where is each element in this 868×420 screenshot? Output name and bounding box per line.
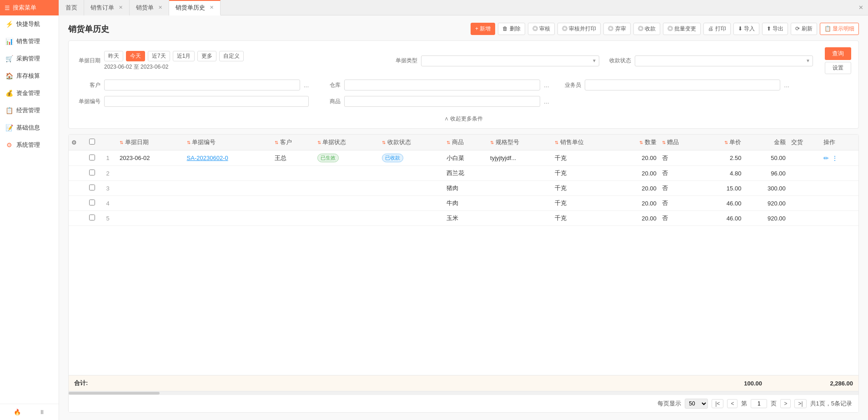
date-more[interactable]: 更多 (197, 51, 216, 61)
row-checkbox[interactable] (89, 155, 95, 160)
edit-icon[interactable]: ✏ (823, 155, 829, 162)
doc-type-select[interactable] (421, 55, 599, 66)
row-check-cell[interactable] (85, 211, 99, 226)
row-price: 46.00 (702, 211, 744, 226)
sidebar-item-system-mgmt[interactable]: ⚙ 系统管理 (0, 136, 59, 154)
more-icon[interactable]: ⋮ (832, 155, 838, 162)
row-docno[interactable]: SA-20230602-0 (184, 150, 272, 166)
warehouse-dots[interactable]: ... (544, 81, 549, 89)
batch-change-button[interactable]: ◎ 批量变更 (663, 23, 701, 35)
table-col-doc-status[interactable]: ⇅ 单据状态 (315, 135, 379, 150)
sidebar-item-operations[interactable]: 📋 经营管理 (0, 102, 59, 119)
staff-dots[interactable]: ... (784, 81, 789, 89)
page-input[interactable] (751, 399, 767, 408)
abandon-button[interactable]: ◎ 弃审 (603, 23, 630, 35)
tab-sales-history-close[interactable]: ✕ (210, 5, 214, 10)
table-scroll[interactable]: ⚙ ⇅ 单据日期 ⇅ 单据编 (69, 135, 858, 375)
table-col-check[interactable] (85, 135, 99, 150)
date-range-display: 2023-06-02 至 2023-06-02 (104, 63, 386, 71)
page-first-button[interactable]: |< (712, 399, 723, 408)
show-detail-button[interactable]: 📋 显示明细 (820, 23, 859, 35)
page-last-button[interactable]: >| (794, 399, 806, 408)
row-payment-status (379, 196, 444, 211)
payment-status-select[interactable] (635, 55, 813, 66)
date-7days[interactable]: 近7天 (148, 51, 170, 61)
per-page-select[interactable]: 50 100 (685, 399, 708, 409)
import-button[interactable]: ⬇ 导入 (733, 23, 759, 35)
refresh-button[interactable]: ⟳ 刷新 (791, 23, 817, 35)
date-1month[interactable]: 近1月 (173, 51, 195, 61)
print-button[interactable]: 🖨 打印 (703, 23, 730, 35)
table-col-customer[interactable]: ⇅ 客户 (272, 135, 314, 150)
table-col-config[interactable]: ⚙ (69, 135, 85, 150)
pause-icon[interactable]: ⏸ (39, 409, 45, 415)
settings-button[interactable]: 设置 (825, 62, 851, 74)
row-gift: 否 (659, 150, 702, 166)
review-button[interactable]: ◎ 审核 (528, 23, 555, 35)
row-check-cell[interactable] (85, 181, 99, 196)
tab-sales-goods-close[interactable]: ✕ (158, 5, 162, 10)
new-button[interactable]: + 新增 (471, 23, 495, 35)
page-next-button[interactable]: > (780, 399, 791, 408)
date-today[interactable]: 今天 (126, 51, 145, 61)
row-docno (184, 181, 272, 196)
table-col-date[interactable]: ⇅ 单据日期 (117, 135, 184, 150)
query-button[interactable]: 查询 (825, 47, 851, 60)
tab-close-all[interactable]: ✕ (858, 4, 868, 11)
page-prev-button[interactable]: < (727, 399, 738, 408)
filter-goods-item: 商品 ... (316, 96, 549, 107)
collapse-button[interactable]: ∧ 收起更多条件 (76, 112, 851, 125)
staff-input[interactable] (585, 80, 781, 90)
customer-input[interactable] (104, 80, 300, 90)
select-all-checkbox[interactable] (89, 139, 95, 145)
tab-sales-history[interactable]: 销货单历史 ✕ (169, 0, 221, 15)
horizontal-scrollbar[interactable] (69, 391, 858, 395)
tab-sales-order[interactable]: 销售订单 ✕ (84, 0, 130, 15)
row-checkbox[interactable] (89, 170, 95, 175)
page-header: 销货单历史 + 新增 🗑 删除 ◎ 审核 ◎ 审核并打印 ◎ 弃审 ◎ 收款 ◎… (68, 23, 859, 35)
review-print-button[interactable]: ◎ 审核并打印 (557, 23, 601, 35)
table-col-price[interactable]: ⇅ 单价 (702, 135, 744, 150)
date-yesterday[interactable]: 昨天 (104, 51, 123, 61)
export-button[interactable]: ⬆ 导出 (762, 23, 788, 35)
sidebar-item-inventory[interactable]: 🏠 库存核算 (0, 67, 59, 85)
fire-icon[interactable]: 🔥 (14, 409, 21, 415)
goods-input[interactable] (344, 96, 540, 107)
row-checkbox[interactable] (89, 185, 95, 190)
sidebar-item-label: 快捷导航 (16, 20, 40, 28)
table-col-payment-status[interactable]: ⇅ 收款状态 (379, 135, 444, 150)
date-custom[interactable]: 自定义 (219, 51, 244, 61)
table-col-docno[interactable]: ⇅ 单据编号 (184, 135, 272, 150)
sidebar-item-quick-nav[interactable]: ⚡ 快捷导航 (0, 15, 59, 33)
sidebar-item-finance[interactable]: 💰 资金管理 (0, 85, 59, 102)
table-col-spec[interactable]: ⇅ 规格型号 (487, 135, 552, 150)
tab-home[interactable]: 首页 (59, 0, 84, 15)
sidebar-top[interactable]: ☰ 搜索菜单 (0, 0, 59, 15)
table-col-amount: 金额 (744, 135, 788, 150)
row-checkbox[interactable] (89, 215, 95, 220)
goods-dots[interactable]: ... (544, 98, 549, 105)
row-check-cell[interactable] (85, 150, 99, 166)
table-col-gift[interactable]: ⇅ 赠品 (659, 135, 702, 150)
summary-label: 合计: (74, 379, 88, 387)
table-col-qty[interactable]: ⇅ 数量 (617, 135, 659, 150)
sidebar-item-basic-info[interactable]: 📝 基础信息 (0, 119, 59, 136)
warehouse-input[interactable] (344, 80, 540, 90)
customer-dots[interactable]: ... (304, 81, 309, 89)
tab-sales-order-close[interactable]: ✕ (119, 5, 123, 10)
docno-input[interactable] (104, 96, 309, 107)
tab-sales-goods-label: 销货单 (136, 4, 154, 12)
table-col-goods[interactable]: ⇅ 商品 (444, 135, 487, 150)
row-check-cell[interactable] (85, 196, 99, 211)
sidebar-item-sales-mgmt[interactable]: 📊 销售管理 (0, 33, 59, 50)
collect-button[interactable]: ◎ 收款 (633, 23, 660, 35)
docno-link[interactable]: SA-20230602-0 (187, 155, 228, 161)
sidebar-item-purchase-mgmt[interactable]: 🛒 采购管理 (0, 50, 59, 67)
row-checkbox[interactable] (89, 200, 95, 205)
menu-icon: ☰ (5, 5, 10, 11)
row-check-cell[interactable] (85, 166, 99, 181)
delete-button[interactable]: 🗑 删除 (498, 23, 525, 35)
staff-label: 业务员 (557, 81, 581, 89)
tab-sales-goods[interactable]: 销货单 ✕ (130, 0, 169, 15)
table-col-unit[interactable]: ⇅ 销售单位 (552, 135, 617, 150)
